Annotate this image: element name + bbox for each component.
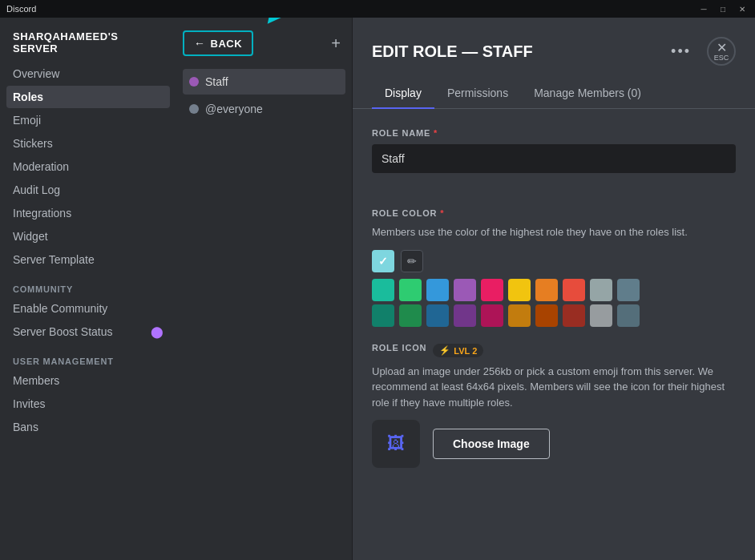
role-item-everyone[interactable]: @everyone (183, 96, 345, 122)
color-swatch-3[interactable] (426, 279, 449, 301)
role-icon-section: ROLE ICON ⚡ LVL 2 Upload an image under … (372, 343, 736, 469)
color-swatch-17[interactable] (535, 304, 558, 327)
color-swatch-13[interactable] (426, 304, 449, 327)
color-row-1 (372, 279, 736, 301)
esc-button[interactable]: ✕ ESC (707, 37, 736, 66)
role-icon-header: ROLE ICON ⚡ LVL 2 (372, 343, 736, 359)
server-name: SHARQAHAMEED'S SERVER (6, 27, 170, 62)
sidebar-item-moderation[interactable]: Moderation (6, 155, 170, 178)
color-swatch-16[interactable] (508, 304, 531, 327)
close-icon: ✕ (717, 42, 727, 54)
close-button[interactable]: ✕ (736, 2, 749, 15)
maximize-button[interactable]: □ (717, 2, 729, 15)
tab-manage-members[interactable]: Manage Members (0) (521, 79, 654, 109)
role-name-input[interactable] (372, 144, 736, 173)
required-indicator-color: * (440, 208, 444, 218)
custom-color-swatch[interactable]: ✏ (401, 250, 423, 272)
app-body: SHARQAHAMEED'S SERVER Overview Roles Emo… (0, 18, 755, 560)
tab-permissions[interactable]: Permissions (434, 79, 521, 109)
selected-color-swatch[interactable] (372, 250, 394, 272)
sidebar-item-stickers[interactable]: Stickers (6, 132, 170, 155)
role-icon-description: Upload an image under 256kb or pick a cu… (372, 364, 736, 411)
esc-label: ESC (714, 54, 729, 62)
color-swatch-20[interactable] (617, 304, 640, 327)
role-icon-label: ROLE ICON (372, 343, 426, 353)
minimize-button[interactable]: ─ (697, 2, 710, 15)
role-color-label: ROLE COLOR * (372, 208, 736, 218)
role-name-label: ROLE NAME * (372, 128, 736, 138)
settings-nav: SHARQAHAMEED'S SERVER Overview Roles Emo… (0, 18, 176, 560)
roles-panel-header: ← BACK + (183, 30, 345, 56)
add-image-icon: 🖼 (387, 433, 405, 454)
sidebar-item-enable-community[interactable]: Enable Community (6, 297, 170, 320)
app-title: Discord (6, 4, 36, 14)
sidebar-item-members[interactable]: Members (6, 369, 170, 392)
color-selected-row: ✏ (372, 250, 736, 272)
color-swatch-1[interactable] (372, 279, 394, 301)
add-role-button[interactable]: + (326, 33, 345, 54)
tab-display[interactable]: Display (372, 79, 434, 109)
color-swatch-6[interactable] (508, 279, 531, 301)
sidebar-item-widget[interactable]: Widget (6, 225, 170, 248)
sidebar-item-overview[interactable]: Overview (6, 62, 170, 85)
page-title: EDIT ROLE — STAFF (372, 42, 664, 61)
color-swatch-8[interactable] (563, 279, 585, 301)
title-bar: Discord ─ □ ✕ (0, 0, 755, 18)
role-dot-staff (189, 77, 199, 87)
color-swatch-2[interactable] (399, 279, 422, 301)
sidebar-item-invites[interactable]: Invites (6, 393, 170, 415)
color-swatch-11[interactable] (372, 304, 394, 327)
color-swatch-7[interactable] (535, 279, 558, 301)
role-dot-everyone (189, 104, 199, 114)
upload-placeholder[interactable]: 🖼 (372, 420, 420, 468)
color-swatch-19[interactable] (590, 304, 612, 327)
color-swatch-4[interactable] (454, 279, 476, 301)
boost-icon: ⚡ (439, 345, 450, 356)
color-swatch-15[interactable] (481, 304, 503, 327)
tabs-container: Display Permissions Manage Members (0) (353, 79, 755, 109)
sidebar-item-bans[interactable]: Bans (6, 416, 170, 438)
boost-badge-icon: ⬤ (151, 325, 164, 338)
sidebar-item-server-boost[interactable]: Server Boost Status ⬤ (6, 320, 170, 343)
role-color-description: Members use the color of the highest rol… (372, 224, 736, 240)
role-name-section: ROLE NAME * (372, 128, 736, 192)
sidebar-item-server-template[interactable]: Server Template (6, 248, 170, 271)
pencil-icon: ✏ (407, 255, 417, 268)
edit-content: ROLE NAME * ROLE COLOR * Members use the… (353, 109, 755, 560)
color-swatch-14[interactable] (454, 304, 476, 327)
color-swatch-9[interactable] (590, 279, 612, 301)
edit-panel-header: EDIT ROLE — STAFF ••• ✕ ESC (353, 18, 755, 66)
sidebar-item-integrations[interactable]: Integrations (6, 202, 170, 224)
color-swatch-12[interactable] (399, 304, 422, 327)
sidebar-item-roles[interactable]: Roles (6, 86, 170, 108)
user-management-section-label: USER MANAGEMENT (6, 344, 170, 369)
edit-panel: EDIT ROLE — STAFF ••• ✕ ESC Display Perm… (353, 18, 755, 560)
color-swatch-10[interactable] (617, 279, 640, 301)
color-swatch-18[interactable] (563, 304, 585, 327)
roles-panel: ← BACK + Staff @everyone (176, 18, 353, 560)
role-item-staff[interactable]: Staff (183, 69, 345, 95)
choose-image-button[interactable]: Choose Image (433, 429, 550, 459)
sidebar-item-emoji[interactable]: Emoji (6, 109, 170, 131)
color-swatch-5[interactable] (481, 279, 503, 301)
role-icon-area: 🖼 Choose Image (372, 420, 736, 468)
required-indicator: * (434, 128, 438, 138)
more-options-button[interactable]: ••• (664, 40, 697, 63)
sidebar-item-audit-log[interactable]: Audit Log (6, 179, 170, 201)
back-arrow-icon: ← (194, 37, 206, 50)
window-controls: ─ □ ✕ (697, 2, 749, 15)
role-color-section: ROLE COLOR * Members use the color of th… (372, 208, 736, 327)
color-row-2 (372, 304, 736, 327)
community-section-label: COMMUNITY (6, 272, 170, 297)
lvl-badge: ⚡ LVL 2 (433, 344, 483, 357)
back-button[interactable]: ← BACK (183, 30, 253, 56)
